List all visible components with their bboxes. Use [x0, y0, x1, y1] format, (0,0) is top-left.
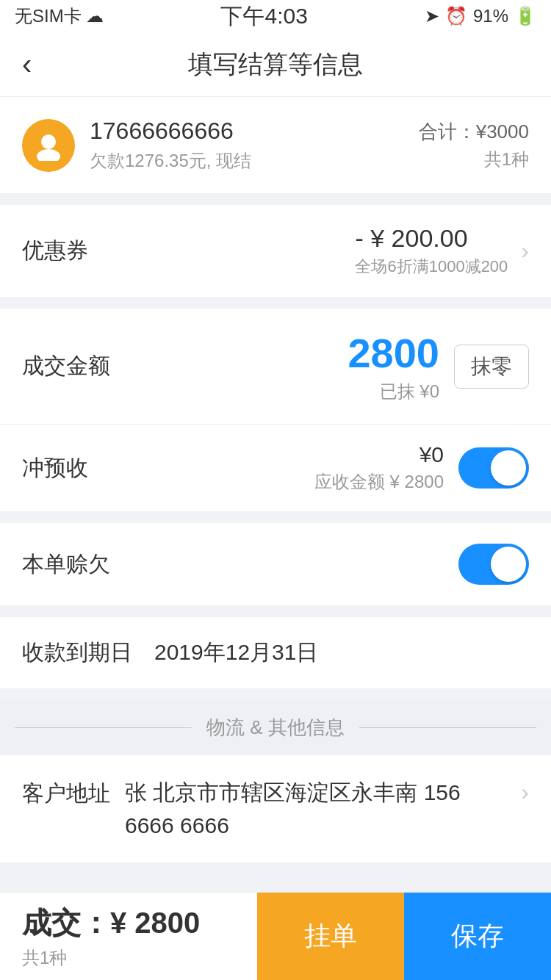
total-label: 合计：¥3000	[419, 119, 529, 145]
deal-amount-value: 2800	[347, 329, 439, 377]
customer-right: 合计：¥3000 共1种	[419, 119, 529, 171]
nav-bar: ‹ 填写结算等信息	[0, 32, 551, 97]
coupon-label: 优惠券	[22, 236, 88, 266]
round-zero-button[interactable]: 抹零	[454, 345, 529, 389]
hang-button[interactable]: 挂单	[257, 893, 404, 981]
address-chevron-icon: ›	[521, 779, 529, 806]
sim-status: 无SIM卡 ☁	[15, 4, 104, 28]
divider-text: 物流 & 其他信息	[206, 715, 345, 741]
address-label: 客户地址	[22, 779, 110, 809]
due-date-label: 收款到期日	[22, 638, 132, 668]
pre-receive-toggle[interactable]	[458, 447, 529, 489]
battery-icon: 🔋	[514, 6, 536, 26]
bottom-deal: 成交：¥ 2800	[22, 903, 235, 943]
divider-line-right	[359, 727, 536, 728]
deal-section: 成交金额 2800 已抹 ¥0 抹零 冲预收 ¥0 应收金额 ¥ 2800	[0, 309, 551, 511]
pre-value: ¥0	[314, 442, 444, 467]
pre-right: ¥0 应收金额 ¥ 2800	[314, 442, 529, 494]
debt-label: 本单赊欠	[22, 550, 110, 580]
location-icon: ➤	[425, 6, 439, 26]
bottom-deal-value: ¥ 2800	[110, 907, 200, 939]
status-right: ➤ ⏰ 91% 🔋	[425, 6, 536, 26]
pre-sub: 应收金额 ¥ 2800	[314, 470, 444, 494]
svg-point-1	[37, 149, 60, 161]
customer-card: 17666666666 欠款1276.35元, 现结 合计：¥3000 共1种	[0, 97, 551, 193]
status-time: 下午4:03	[220, 1, 307, 32]
customer-phone: 17666666666	[90, 118, 251, 145]
deal-right: 2800 已抹 ¥0 抹零	[347, 329, 529, 403]
debt-row: 本单赊欠	[0, 523, 551, 605]
status-bar: 无SIM卡 ☁ 下午4:03 ➤ ⏰ 91% 🔋	[0, 0, 551, 32]
coupon-discount: - ¥ 200.00	[355, 224, 508, 253]
deal-row: 成交金额 2800 已抹 ¥0 抹零	[0, 309, 551, 424]
page-title: 填写结算等信息	[188, 48, 363, 82]
status-left: 无SIM卡 ☁	[15, 4, 104, 28]
save-button[interactable]: 保存	[404, 893, 551, 981]
due-date-row: 收款到期日 2019年12月31日	[0, 617, 551, 688]
coupon-desc: 全场6折满1000减200	[355, 256, 508, 278]
battery-level: 91%	[473, 6, 508, 26]
avatar	[22, 119, 75, 172]
customer-debt: 欠款1276.35元, 现结	[90, 149, 251, 173]
divider-line-left	[15, 727, 192, 728]
coupon-row[interactable]: 优惠券 - ¥ 200.00 全场6折满1000减200 ›	[0, 205, 551, 297]
deal-amount-label: 成交金额	[22, 351, 110, 381]
total-count: 共1种	[419, 148, 529, 171]
bottom-count: 共1种	[22, 946, 235, 970]
customer-info: 17666666666 欠款1276.35元, 现结	[90, 118, 251, 173]
content-area: 17666666666 欠款1276.35元, 现结 合计：¥3000 共1种 …	[0, 97, 551, 980]
bottom-summary: 成交：¥ 2800 共1种	[0, 903, 257, 970]
clock-icon: ⏰	[445, 6, 467, 26]
user-icon	[33, 130, 64, 161]
debt-toggle-circle	[491, 547, 526, 582]
pre-value-wrap: ¥0 应收金额 ¥ 2800	[314, 442, 444, 494]
pre-receive-label: 冲预收	[22, 453, 88, 483]
svg-point-0	[41, 134, 56, 149]
back-button[interactable]: ‹	[22, 48, 32, 81]
chevron-right-icon: ›	[521, 237, 529, 264]
bottom-bar: 成交：¥ 2800 共1种 挂单 保存	[0, 892, 551, 980]
logistics-divider: 物流 & 其他信息	[0, 700, 551, 755]
pre-receive-row: 冲预收 ¥0 应收金额 ¥ 2800	[0, 424, 551, 511]
toggle-circle	[491, 450, 526, 486]
debt-toggle[interactable]	[458, 544, 529, 585]
address-row[interactable]: 客户地址 张 北京市市辖区海淀区永丰南 156 6666 6666 ›	[0, 755, 551, 862]
coupon-right: - ¥ 200.00 全场6折满1000减200 ›	[355, 224, 529, 278]
deal-sub: 已抹 ¥0	[347, 380, 439, 403]
address-value: 张 北京市市辖区海淀区永丰南 156 6666 6666	[125, 776, 506, 842]
due-date-value: 2019年12月31日	[154, 638, 318, 668]
customer-left: 17666666666 欠款1276.35元, 现结	[22, 118, 251, 173]
